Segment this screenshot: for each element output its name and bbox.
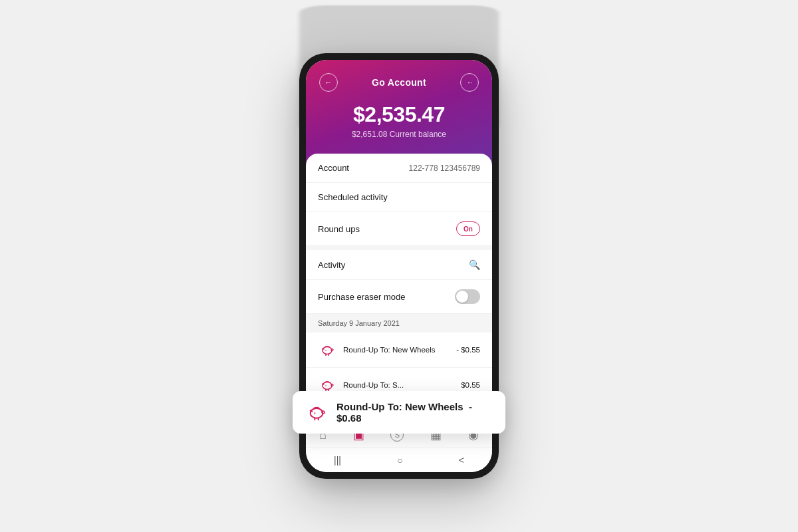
screen-content: Account 122-778 123456789 Scheduled acti… [306, 154, 492, 419]
round-ups-badge-text: On [464, 225, 473, 233]
transaction-amount-1: - $0.55 [456, 346, 480, 354]
svg-point-3 [323, 382, 332, 390]
more-icon: ··· [467, 79, 471, 86]
balance-amount: $2,535.47 [319, 102, 479, 127]
round-ups-badge[interactable]: On [456, 221, 480, 236]
back-icon: ← [325, 78, 332, 87]
svg-point-0 [323, 347, 332, 354]
svg-point-6 [311, 408, 323, 418]
current-balance: $2,651.08 Current balance [319, 130, 479, 139]
scheduled-activity-label: Scheduled activity [318, 192, 388, 202]
transaction-desc-1: Round-Up To: New Wheels [343, 346, 450, 354]
search-icon[interactable]: 🔍 [469, 259, 480, 270]
round-ups-row[interactable]: Round ups On [306, 212, 492, 246]
round-ups-label: Round ups [318, 224, 360, 234]
purchase-eraser-toggle[interactable] [455, 289, 480, 304]
balance-section: $2,535.47 $2,651.08 Current balance [319, 102, 479, 139]
header-title: Go Account [372, 77, 426, 88]
transaction-row-1[interactable]: Round-Up To: New Wheels - $0.55 [306, 332, 492, 368]
date-header: Saturday 9 January 2021 [306, 314, 492, 332]
account-row[interactable]: Account 122-778 123456789 [306, 154, 492, 183]
android-nav: ||| ○ < [306, 448, 492, 472]
back-button[interactable]: ← [319, 73, 338, 92]
android-back-icon[interactable]: < [448, 452, 475, 468]
tooltip-text: Round-Up To: New Wheels - $0.68 [336, 401, 493, 424]
screen-header: ← Go Account ··· $2,535.47 $2,651.08 Cur… [306, 60, 492, 166]
android-home-icon[interactable]: ○ [386, 452, 413, 468]
account-number: 122-778 123456789 [409, 164, 480, 173]
purchase-eraser-row[interactable]: Purchase eraser mode [306, 280, 492, 314]
tooltip-desc: Round-Up To: New Wheels [336, 401, 464, 412]
more-button[interactable]: ··· [460, 73, 479, 92]
account-label: Account [318, 163, 349, 173]
svg-point-2 [325, 350, 327, 351]
activity-row[interactable]: Activity 🔍 [306, 250, 492, 280]
tooltip-popup: Round-Up To: New Wheels - $0.68 [293, 391, 505, 434]
tooltip-pig-icon [305, 400, 329, 424]
toggle-knob [456, 291, 468, 303]
android-recent-icon[interactable]: ||| [323, 452, 352, 468]
transaction-desc-2: Round-Up To: S... [343, 381, 454, 389]
activity-label: Activity [318, 260, 345, 270]
svg-point-8 [314, 412, 315, 414]
header-nav: ← Go Account ··· [319, 73, 479, 92]
purchase-eraser-label: Purchase eraser mode [318, 292, 406, 302]
scheduled-activity-row[interactable]: Scheduled activity [306, 183, 492, 212]
piggy-icon-1 [318, 340, 336, 359]
scene: ← Go Account ··· $2,535.47 $2,651.08 Cur… [0, 0, 798, 532]
svg-point-5 [325, 385, 327, 386]
transaction-amount-2: $0.55 [461, 381, 480, 389]
